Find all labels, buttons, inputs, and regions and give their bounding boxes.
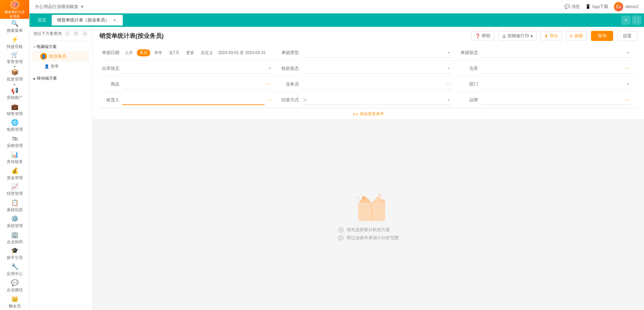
- sidebar-item-quicknav[interactable]: ⚡ 快捷导航: [0, 35, 30, 51]
- warehouse-select[interactable]: ···: [481, 63, 631, 73]
- tab-close-window-btn[interactable]: ×: [621, 15, 631, 25]
- salesperson-select[interactable]: ···: [302, 79, 451, 89]
- page-title-row: 销货单统计表(按业务员) ❓ 帮助 🖨 按模板打印 ▾ ⬆: [99, 31, 637, 41]
- period-last-7-days[interactable]: 近7天: [166, 49, 182, 56]
- payment-tag-x-btn[interactable]: ×: [304, 98, 306, 102]
- warehouse-label: 仓库: [458, 65, 478, 71]
- panel-subitem-by-order[interactable]: 👤 按单: [32, 62, 90, 71]
- receipt-status-label: 收款状态: [279, 65, 299, 71]
- sidebar-item-newbie[interactable]: 🎓 新手引导: [0, 246, 30, 262]
- salesperson-dots[interactable]: ···: [445, 81, 450, 87]
- help-btn[interactable]: ❓ 帮助: [471, 31, 494, 41]
- sidebar-item-basic[interactable]: 📋 基础信息: [0, 198, 30, 214]
- enterprise-icon: 🏢: [11, 231, 18, 239]
- refresh-btn[interactable]: ↻ 刷新: [566, 31, 587, 41]
- tab-close-icon[interactable]: ×: [112, 17, 117, 23]
- message-btn[interactable]: 💬 消息: [565, 4, 580, 10]
- out-status-arrow: [269, 66, 271, 71]
- panel-header-icons: + ↻ «: [64, 30, 88, 37]
- dept-select[interactable]: [481, 79, 631, 89]
- sidebar-item-ecommerce[interactable]: 🌐 电商管理: [0, 118, 30, 134]
- search-icon: 🔍: [11, 20, 18, 27]
- period-this-year[interactable]: 本年: [152, 49, 165, 56]
- apps-icon: 🔧: [11, 263, 18, 270]
- period-custom[interactable]: 自定义: [198, 49, 216, 56]
- filter-item-receipt-status: 收款状态: [279, 63, 458, 73]
- doc-status-select[interactable]: [481, 48, 631, 58]
- brand-dots[interactable]: ···: [625, 97, 629, 103]
- sidebar-item-wholesale[interactable]: 📦 批发管理 ▴: [0, 68, 30, 86]
- panel-add-btn[interactable]: +: [64, 30, 71, 37]
- sidebar-item-system[interactable]: ⚙️ 系统管理: [0, 214, 30, 230]
- empty-icon: ✦ ✦: [352, 189, 385, 223]
- sidebar-item-marketing[interactable]: 📢 营销推广: [0, 86, 30, 102]
- doc-type-arrow: [448, 50, 450, 55]
- payment-arrow: [448, 98, 450, 102]
- user-area[interactable]: Ea demo2: [614, 2, 639, 11]
- sidebar-item-label-apps: 应用中心: [7, 271, 23, 277]
- app-logo: 🎯 畅捷通好生意 标准版: [0, 0, 30, 19]
- sidebar-item-label-sales: 销售管理: [7, 111, 23, 117]
- doc-type-select[interactable]: [302, 48, 451, 58]
- product-dots[interactable]: ···: [266, 81, 270, 87]
- sidebar-item-inventory[interactable]: 📊 库存核算: [0, 150, 30, 166]
- panel-item-by-salesperson[interactable]: 👤 按业务员: [32, 51, 90, 62]
- tab-maximize-btn[interactable]: ⛶: [632, 15, 641, 25]
- panel-collapse-btn[interactable]: «: [82, 30, 88, 37]
- empty-tip-2: 2 用过滤条件来缩小分析范围: [338, 235, 399, 241]
- query-btn[interactable]: 查询: [591, 31, 613, 41]
- content-wrapper: 按以下方案查询 + ↻ « ▾ 电脑端方案: [30, 27, 644, 310]
- panel-refresh-icon: ↻: [74, 31, 78, 36]
- app-download-btn[interactable]: 📱 App下载: [585, 4, 608, 10]
- payment-select[interactable]: ×: [302, 95, 451, 105]
- export-btn[interactable]: ⬆ 导出: [541, 31, 562, 41]
- tip-text-1: 请先选择要分析的方案: [346, 227, 390, 233]
- sidebar-item-corpwechat[interactable]: 💬 企业微信: [0, 278, 30, 294]
- pc-section-title[interactable]: ▾ 电脑端方案: [32, 43, 90, 51]
- workspace-dropdown-icon[interactable]: ▾: [81, 4, 84, 9]
- consignee-input[interactable]: [122, 95, 265, 105]
- newbie-icon: 🎓: [11, 247, 18, 254]
- period-last-month[interactable]: 上月: [122, 49, 136, 56]
- sidebar-item-operations[interactable]: 📈 经营管理: [0, 182, 30, 198]
- date-label: 单据日期: [99, 50, 119, 56]
- sidebar-item-label-operations: 经营管理: [7, 191, 23, 197]
- brand-label: 品牌: [458, 97, 478, 103]
- sidebar-item-finance[interactable]: 💰 资金管理: [0, 166, 30, 182]
- tip-num-1: 1: [338, 227, 344, 233]
- out-status-select[interactable]: [122, 63, 272, 73]
- sidebar-item-retail[interactable]: 🛒 零售管理 ▾: [0, 51, 30, 68]
- retail-icon: 🛒: [11, 51, 18, 58]
- sidebar: 🎯 畅捷通好生意 标准版 🔍 搜索菜单 ⚡ 快捷导航 🛒 零售管理 ▾ 📦 批发…: [0, 0, 30, 310]
- template-print-arrow: ▾: [531, 34, 533, 39]
- product-select[interactable]: ···: [122, 79, 272, 89]
- finance-icon: 💰: [11, 167, 18, 174]
- sidebar-item-apps[interactable]: 🔧 应用中心: [0, 262, 30, 278]
- sidebar-item-enterprise[interactable]: 🏢 企业协同: [0, 230, 30, 246]
- main-area: 办公用品行业模拟账套 ▾ 💬 消息 📱 App下载 Ea demo2 首页: [30, 0, 644, 310]
- template-print-btn[interactable]: 🖨 按模板打印 ▾: [498, 31, 537, 41]
- panel-subitem-label: 按单: [51, 63, 59, 69]
- sidebar-item-sales[interactable]: 💼 销售管理: [0, 102, 30, 118]
- tab-sales-stat[interactable]: 销货单统计表（按业务员） ×: [52, 15, 123, 25]
- collapse-bar[interactable]: ∧∧ 收起更多条件: [99, 108, 637, 119]
- sidebar-item-member[interactable]: 👑 畅会员: [0, 294, 30, 310]
- consignee-dots[interactable]: ···: [267, 97, 272, 103]
- template-print-icon: 🖨: [502, 34, 506, 39]
- mobile-section-title[interactable]: ▸ 移动端方案: [32, 74, 90, 83]
- period-more[interactable]: 更多: [183, 49, 197, 56]
- tab-home[interactable]: 首页: [32, 15, 52, 25]
- sidebar-item-search[interactable]: 🔍 搜索菜单: [0, 19, 30, 35]
- panel-refresh-btn[interactable]: ↻: [73, 30, 79, 37]
- purchase-icon: 🛍: [12, 135, 18, 142]
- page-actions: ❓ 帮助 🖨 按模板打印 ▾ ⬆ 导出 ↻: [471, 31, 637, 41]
- receipt-status-select[interactable]: [302, 63, 451, 73]
- pc-section: ▾ 电脑端方案 👤 按业务员 👤 按单: [30, 41, 92, 73]
- brand-select[interactable]: ···: [481, 95, 631, 105]
- warehouse-dots[interactable]: ···: [625, 65, 629, 71]
- settings-btn[interactable]: 设置: [617, 31, 637, 41]
- sidebar-item-label-system: 系统管理: [7, 223, 23, 229]
- period-this-month[interactable]: 本月: [137, 49, 150, 56]
- sidebar-item-purchase[interactable]: 🛍 采购管理: [0, 134, 30, 150]
- filter-item-product: 商品 ···: [99, 79, 279, 89]
